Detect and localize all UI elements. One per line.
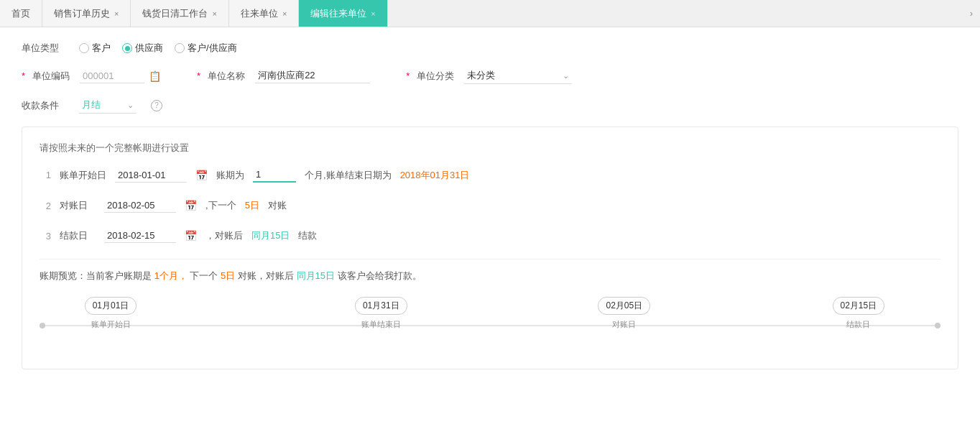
payment-select[interactable]: 月结 ⌄ — [79, 97, 137, 114]
timeline-bubble-3: 02月05日 — [598, 297, 650, 315]
close-icon[interactable]: × — [282, 9, 287, 18]
code-name-category-row: * 单位编码 📋 * 单位名称 * 单位分类 未分类 ⌄ — [22, 68, 958, 84]
timeline-bubble-4: 02月15日 — [833, 297, 885, 315]
code-required-star: * — [22, 70, 25, 81]
category-field: * 单位分类 未分类 ⌄ — [406, 68, 572, 84]
code-label: 单位编码 — [32, 70, 75, 83]
code-field: * 单位编码 📋 — [22, 69, 161, 83]
radio-customer[interactable]: 客户 — [79, 42, 111, 55]
unit-type-row: 单位类型 客户 供应商 客户/供应商 — [22, 42, 958, 55]
start-date-input[interactable] — [115, 168, 187, 183]
name-input[interactable] — [255, 69, 370, 83]
category-select[interactable]: 未分类 ⌄ — [464, 68, 572, 84]
name-label: 单位名称 — [208, 70, 251, 83]
settings-card: 请按照未来的一个完整帐期进行设置 1 账单开始日 📅 账期为 个月,账单结束日期… — [22, 126, 958, 369]
row-type-1: 账单开始日 — [60, 169, 106, 182]
row-type-2: 对账日 — [60, 199, 96, 212]
card-title: 请按照未来的一个完整帐期进行设置 — [40, 142, 940, 155]
reconcile-suffix: 对账 — [268, 199, 287, 212]
tabs-bar: 首页 销售订单历史 × 钱货日清工作台 × 往来单位 × 编辑往来单位 × › — [0, 0, 980, 27]
preview-part2: 下一个 — [190, 270, 218, 281]
timeline-label-4: 结款日 — [846, 319, 870, 330]
preview-part3: 对账，对账后 — [238, 270, 294, 281]
row-num-3: 3 — [40, 231, 51, 242]
timeline-bubble-1: 01月01日 — [85, 297, 137, 315]
timeline-node-3: 02月05日 对账日 — [598, 297, 650, 330]
timeline-bubble-2: 01月31日 — [355, 297, 407, 315]
timeline-node-2: 01月31日 账单结束日 — [355, 297, 407, 330]
period-before-label: 账期为 — [216, 169, 244, 182]
reconcile-prefix: ,下一个 — [205, 199, 236, 212]
name-required-star: * — [197, 70, 200, 81]
radio-supplier[interactable]: 供应商 — [122, 42, 163, 55]
radio-group-unit-type: 客户 供应商 客户/供应商 — [79, 42, 237, 55]
category-required-star: * — [406, 70, 410, 81]
calendar-icon-1[interactable]: 📅 — [195, 170, 208, 181]
name-field: * 单位名称 — [197, 69, 370, 83]
row-num-2: 2 — [40, 201, 51, 211]
row-num-1: 1 — [40, 170, 51, 180]
period-end-date: 2018年01月31日 — [400, 169, 470, 182]
reconcile-highlight: 5日 — [245, 199, 259, 212]
timeline-node-1: 01月01日 账单开始日 — [85, 297, 137, 330]
preview-part4: 该客户会给我打款。 — [338, 270, 422, 281]
close-icon[interactable]: × — [371, 9, 375, 18]
payment-row: 收款条件 月结 ⌄ ? — [22, 97, 958, 114]
close-icon[interactable]: × — [212, 9, 216, 18]
setting-row-1: 1 账单开始日 📅 账期为 个月,账单结束日期为 2018年01月31日 — [40, 167, 940, 183]
timeline-start-dot — [40, 323, 45, 328]
row-type-3: 结款日 — [60, 229, 96, 242]
tab-edit-partner[interactable]: 编辑往来单位 × — [299, 0, 387, 27]
code-input[interactable] — [80, 69, 144, 83]
tab-home[interactable]: 首页 — [0, 0, 42, 27]
reconcile-date-input[interactable] — [104, 198, 176, 213]
help-icon[interactable]: ? — [151, 100, 162, 111]
preview-text: 账期预览：当前客户账期是 1个月， 下一个 5日 对账，对账后 同月15日 该客… — [40, 270, 940, 282]
calendar-icon-2[interactable]: 📅 — [185, 200, 197, 211]
preview-part2-highlight: 5日 — [221, 270, 235, 281]
page-content: 单位类型 客户 供应商 客户/供应商 * 单位编码 📋 * 单位名称 — [0, 27, 980, 437]
calendar-icon-3[interactable]: 📅 — [185, 230, 197, 242]
period-after-label: 个月,账单结束日期为 — [305, 169, 392, 182]
timeline: 01月01日 账单开始日 01月31日 账单结束日 02月05日 对账日 02月… — [40, 297, 940, 354]
radio-circle-both — [175, 43, 185, 53]
settle-highlight: 同月15日 — [251, 229, 290, 242]
chevron-down-icon: ⌄ — [563, 71, 569, 80]
setting-row-2: 2 对账日 📅 ,下一个 5日 对账 — [40, 198, 940, 213]
settle-date-input[interactable] — [104, 229, 176, 243]
preview-part1: 1个月， — [154, 270, 188, 281]
tab-cashflow[interactable]: 钱货日清工作台 × — [131, 0, 228, 27]
period-input[interactable] — [253, 167, 296, 183]
close-icon[interactable]: × — [114, 9, 119, 18]
timeline-end-dot — [935, 323, 940, 328]
tab-partners[interactable]: 往来单位 × — [229, 0, 299, 27]
setting-row-3: 3 结款日 📅 ，对账后 同月15日 结款 — [40, 229, 940, 243]
payment-value: 月结 — [82, 98, 124, 111]
settle-prefix: ，对账后 — [205, 229, 243, 242]
timeline-label-2: 账单结束日 — [361, 319, 401, 330]
radio-both[interactable]: 客户/供应商 — [175, 42, 237, 55]
unit-type-label: 单位类型 — [22, 42, 65, 55]
timeline-label-3: 对账日 — [612, 319, 636, 330]
payment-label: 收款条件 — [22, 99, 65, 112]
tab-expand-button[interactable]: › — [963, 0, 980, 27]
preview-label: 账期预览：当前客户账期是 — [40, 270, 152, 281]
copy-icon[interactable]: 📋 — [149, 70, 161, 82]
settle-suffix: 结款 — [298, 229, 317, 242]
radio-circle-supplier — [122, 43, 132, 53]
category-label: 单位分类 — [417, 70, 460, 83]
timeline-label-1: 账单开始日 — [91, 319, 131, 330]
radio-circle-customer — [79, 43, 89, 53]
timeline-node-4: 02月15日 结款日 — [833, 297, 885, 330]
preview-part3-highlight: 同月15日 — [297, 270, 335, 281]
preview-section: 账期预览：当前客户账期是 1个月， 下一个 5日 对账，对账后 同月15日 该客… — [40, 259, 940, 354]
timeline-line — [40, 326, 940, 326]
chevron-down-icon: ⌄ — [127, 101, 134, 110]
tab-sales-history[interactable]: 销售订单历史 × — [42, 0, 131, 27]
